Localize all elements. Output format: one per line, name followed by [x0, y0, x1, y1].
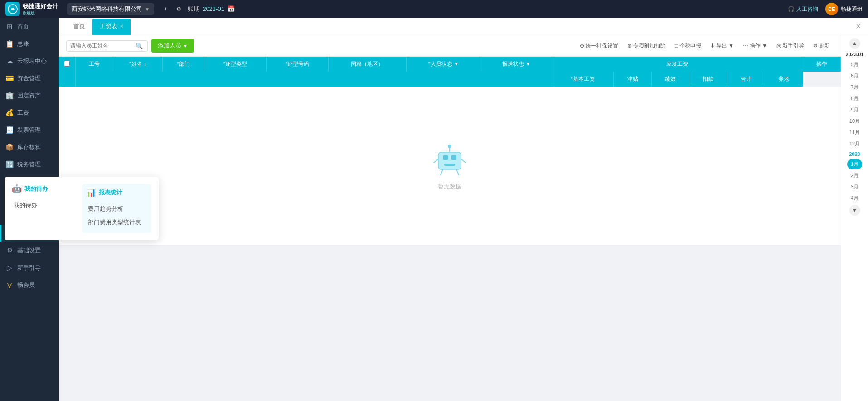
th-status: *人员状态 ▼ [406, 57, 481, 72]
invoice-icon: 🧾 [5, 126, 14, 134]
toolbar-actions: ⊕ 统一社保设置 ⊕ 专项附加扣除 □ 个税申报 [576, 40, 834, 52]
tab-home[interactable]: 首页 [66, 19, 92, 35]
timeline-month-12[interactable]: 12月 [846, 139, 863, 149]
sidebar-item-member[interactable]: V 畅会员 [0, 276, 59, 294]
export-icon: ⬇ [710, 43, 715, 49]
popup-col-todo: 🤖 我的待办 我的待办 [12, 184, 73, 233]
sidebar-label-guide: 新手引导 [17, 264, 41, 272]
guide-icon: ▷ [5, 264, 14, 272]
sidebar-item-fund[interactable]: 💳 资金管理 [0, 70, 59, 87]
user-name: 畅捷通组 [841, 5, 863, 13]
support-button[interactable]: 🎧 人工咨询 [788, 5, 818, 13]
th-base-salary: *基本工资 [552, 72, 614, 87]
timeline-month-6[interactable]: 6月 [847, 71, 862, 81]
refresh-button[interactable]: ↺ 刷新 [810, 40, 834, 52]
add-employee-button[interactable]: 添加人员 ▼ [151, 39, 194, 53]
calendar-icon[interactable]: 📅 [228, 5, 235, 12]
close-all-button[interactable]: × [856, 22, 861, 31]
timeline-month-10[interactable]: 10月 [846, 116, 863, 126]
sidebar-label-inventory: 库存核算 [17, 143, 41, 151]
search-input[interactable] [70, 43, 134, 49]
basic-icon: ⚙ [5, 246, 14, 255]
search-icon[interactable]: 🔍 [136, 43, 143, 49]
timeline-down-button[interactable]: ▼ [849, 205, 860, 216]
timeline-month-1-current[interactable]: 1月 [847, 159, 862, 169]
tax-report-button[interactable]: □ 个税申报 [671, 40, 705, 52]
home-icon: ⊞ [5, 23, 14, 31]
top-bar: 畅捷通好会计 旗舰版 西安虾米网络科技有限公司 ▼ + ⚙ 账期 2023-01… [0, 0, 868, 18]
sidebar-item-ledger[interactable]: 📋 总账 [0, 35, 59, 53]
operate-button[interactable]: ⋯ 操作 ▼ [739, 40, 771, 52]
social-icon: ⊕ [580, 43, 584, 49]
popup-todo-header: 🤖 我的待办 [12, 184, 73, 194]
timeline-month-3[interactable]: 3月 [847, 182, 862, 192]
sidebar-item-salary[interactable]: 💰 工资 [0, 104, 59, 121]
main-content: 🔍 添加人员 ▼ ⊕ 统一社保设置 ⊕ [59, 35, 841, 401]
export-button[interactable]: ⬇ 导出 ▼ [707, 40, 737, 52]
sidebar-label-basic: 基础设置 [17, 246, 41, 255]
user-area[interactable]: CE 畅捷通组 [825, 3, 863, 15]
social-insurance-button[interactable]: ⊕ 统一社保设置 [576, 40, 622, 52]
th-allowance: 津贴 [614, 72, 651, 87]
sidebar-label-invoice: 发票管理 [17, 126, 41, 134]
salary-icon: 💰 [5, 109, 14, 117]
popup-col-reports: 📊 报表统计 费用趋势分析 部门费用类型统计表 [82, 184, 151, 233]
inner-content: 🔍 添加人员 ▼ ⊕ 统一社保设置 ⊕ [59, 35, 868, 401]
deduction-button[interactable]: ⊕ 专项附加扣除 [624, 40, 669, 52]
company-name: 西安虾米网络科技有限公司 [72, 5, 142, 13]
logo-area: 畅捷通好会计 旗舰版 [5, 2, 58, 16]
new-guide-button[interactable]: ◎ 新手引导 [773, 40, 808, 52]
timeline-month-7[interactable]: 7月 [847, 82, 862, 92]
operate-icon: ⋯ [743, 43, 748, 49]
popup-item-dept-stats[interactable]: 部门费用类型统计表 [86, 216, 148, 229]
sidebar-item-guide[interactable]: ▷ 新手引导 [0, 259, 59, 276]
sidebar-item-tax[interactable]: 🔢 税务管理 [0, 156, 59, 173]
empty-text: 暂无数据 [438, 183, 461, 191]
reports-icon: ☁ [5, 57, 14, 65]
deduct-icon: ⊕ [627, 43, 632, 49]
timeline-month-8[interactable]: 8月 [847, 93, 862, 104]
sidebar-item-inventory[interactable]: 📦 库存核算 [0, 139, 59, 156]
period-info: 账期 2023-01 📅 [188, 5, 235, 13]
fund-icon: 💳 [5, 74, 14, 82]
popup-reports-header: 📊 报表统计 [86, 188, 148, 198]
add-button[interactable]: + [161, 5, 170, 13]
sidebar-item-assets[interactable]: 🏢 固定资产 [0, 87, 59, 104]
timeline-month-9[interactable]: 9月 [847, 105, 862, 115]
select-all-checkbox[interactable] [64, 61, 70, 67]
tab-salary[interactable]: 工资表 × [92, 19, 131, 35]
timeline-month-5[interactable]: 5月 [847, 59, 862, 70]
th-submit-status: 报送状态 ▼ [481, 57, 552, 72]
todo-icon: 🤖 [12, 184, 22, 194]
company-selector[interactable]: 西安虾米网络科技有限公司 ▼ [67, 3, 154, 15]
sidebar-item-home[interactable]: ⊞ 首页 [0, 18, 59, 35]
tabs-bar: 首页 工资表 × × [59, 18, 868, 35]
sidebar-item-basic[interactable]: ⚙ 基础设置 [0, 242, 59, 259]
timeline-month-11[interactable]: 11月 [846, 127, 863, 138]
operate-arrow-icon: ▼ [762, 43, 767, 49]
settings-button[interactable]: ⚙ [174, 5, 184, 13]
timeline-up-button[interactable]: ▲ [849, 38, 860, 49]
th-empty-check [59, 72, 75, 87]
popup-item-trend[interactable]: 费用趋势分析 [86, 202, 148, 216]
tab-close-icon[interactable]: × [120, 23, 123, 29]
popup-item-my-todo[interactable]: 我的待办 [12, 198, 73, 212]
svg-rect-2 [443, 155, 448, 160]
guide-icon: ◎ [776, 43, 781, 49]
timeline-month-4[interactable]: 4月 [847, 193, 862, 203]
empty-cell: 暂无数据 [59, 87, 841, 246]
sidebar-item-reports[interactable]: ☁ 云报表中心 [0, 53, 59, 70]
th-salary-group: 应发工资 [552, 57, 803, 72]
logo-subtitle: 旗舰版 [23, 10, 58, 16]
member-icon: V [5, 281, 14, 289]
th-deduction: 扣款 [689, 72, 727, 87]
refresh-icon: ↺ [813, 43, 818, 49]
sidebar-item-invoice[interactable]: 🧾 发票管理 [0, 121, 59, 139]
timeline-month-2[interactable]: 2月 [847, 170, 862, 181]
th-checkbox[interactable] [59, 57, 75, 72]
table-header-row2: *基本工资 津贴 绩效 扣款 合计 养老 [59, 72, 841, 87]
svg-line-7 [434, 159, 438, 163]
empty-row: 暂无数据 [59, 87, 841, 246]
company-arrow-icon: ▼ [145, 7, 150, 12]
empty-icon [432, 141, 468, 177]
